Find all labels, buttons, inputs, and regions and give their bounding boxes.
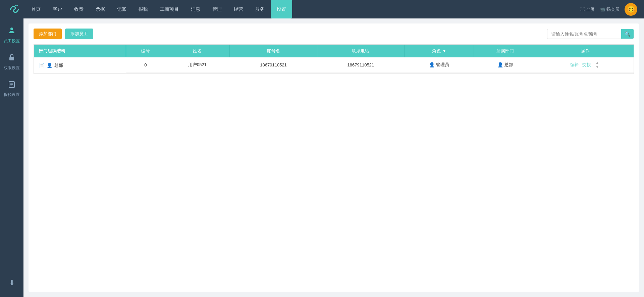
employee-table: 编号 姓名 账号名 联系电话 角色 ▼ 所属部门 操作 [126, 45, 634, 73]
top-nav: 首页 客户 收费 票据 记账 报税 工商项目 消息 管理 经营 服务 设置 ⛶ … [0, 0, 644, 18]
download-icon: ⬇ [9, 279, 15, 287]
search-box: 🔍 [547, 29, 634, 39]
col-id: 编号 [126, 45, 165, 57]
role-label: 管理员 [436, 62, 449, 68]
nav-item-tax[interactable]: 报税 [132, 0, 154, 18]
cell-dept: 👤 总部 [474, 57, 537, 72]
col-action: 操作 [537, 45, 634, 57]
search-input[interactable] [547, 30, 621, 39]
nav-item-customer[interactable]: 客户 [47, 0, 68, 18]
cell-phone: 18679110521 [317, 57, 404, 72]
nav-items: 首页 客户 收费 票据 记账 报税 工商项目 消息 管理 经营 服务 设置 [25, 0, 580, 18]
col-dept: 所属部门 [474, 45, 537, 57]
row-scroll-arrows: ▲ ▼ [594, 61, 600, 69]
dept-cell-icon: 👤 [497, 62, 503, 67]
content-card: 添加部门 添加员工 🔍 部门组织结构 📄 👤 总部 [29, 23, 639, 292]
table-row: 0 用户0521 18679110521 18679110521 👤 管理员 [126, 57, 634, 72]
edit-action[interactable]: 编辑 [570, 62, 579, 68]
nav-item-home[interactable]: 首页 [25, 0, 47, 18]
add-dept-button[interactable]: 添加部门 [34, 29, 62, 39]
scroll-up-arrow[interactable]: ▲ [596, 61, 599, 64]
permission-icon [8, 53, 16, 63]
nav-item-service[interactable]: 服务 [249, 0, 271, 18]
dept-node-label: 总部 [54, 62, 63, 68]
sidebar: 员工设置 权限设置 报税设置 ⬇ [0, 18, 23, 297]
search-icon: 🔍 [625, 31, 630, 37]
doc-icon: 📄 [39, 63, 45, 68]
sidebar-taxsettings-label: 报税设置 [4, 92, 20, 98]
nav-item-operation[interactable]: 经营 [228, 0, 249, 18]
vip-label: 畅会员 [606, 6, 620, 12]
cell-name: 用户0521 [165, 57, 230, 72]
sidebar-item-taxsettings[interactable]: 报税设置 [0, 76, 23, 102]
logo [3, 0, 25, 18]
col-phone: 联系电话 [317, 45, 404, 57]
add-employee-button[interactable]: 添加员工 [65, 29, 93, 39]
nav-item-billing[interactable]: 收费 [68, 0, 90, 18]
dept-tree-body: 📄 👤 总部 [34, 57, 126, 73]
nav-item-accounting[interactable]: 记账 [111, 0, 132, 18]
vip-icon: 📹 [600, 7, 605, 12]
role-icon: 👤 [429, 62, 435, 67]
nav-item-message[interactable]: 消息 [185, 0, 206, 18]
employee-icon [8, 27, 16, 37]
dept-tree-header: 部门组织结构 [34, 45, 126, 57]
main-content: 添加部门 添加员工 🔍 部门组织结构 📄 👤 总部 [23, 18, 644, 297]
nav-item-tickets[interactable]: 票据 [90, 0, 111, 18]
fullscreen-icon: ⛶ [580, 7, 585, 12]
sidebar-item-employee[interactable]: 员工设置 [0, 22, 23, 49]
nav-item-settings[interactable]: 设置 [271, 0, 292, 18]
user-avatar[interactable]: 😊 [625, 3, 637, 16]
scroll-down-arrow[interactable]: ▼ [596, 65, 599, 69]
cell-actions: 编辑 交接 ▲ ▼ [537, 57, 634, 72]
col-account: 账号名 [230, 45, 317, 57]
role-filter-icon: ▼ [442, 49, 446, 53]
cell-id: 0 [126, 57, 165, 72]
body-layout: 部门组织结构 📄 👤 总部 编号 姓名 账号名 [34, 44, 634, 74]
dept-cell-label: 总部 [504, 62, 513, 68]
transfer-action[interactable]: 交接 [582, 62, 591, 68]
toolbar: 添加部门 添加员工 🔍 [34, 29, 634, 39]
fullscreen-label: 全屏 [586, 6, 595, 12]
search-button[interactable]: 🔍 [621, 29, 634, 39]
dept-tree: 部门组织结构 📄 👤 总部 [34, 45, 126, 73]
nav-item-management[interactable]: 管理 [206, 0, 228, 18]
sidebar-permission-label: 权限设置 [4, 65, 20, 71]
nav-item-business[interactable]: 工商项目 [154, 0, 185, 18]
nav-right: ⛶ 全屏 📹 畅会员 😊 [580, 3, 637, 16]
sidebar-employee-label: 员工设置 [4, 38, 20, 44]
taxsettings-icon [8, 80, 16, 90]
employee-data-table: 编号 姓名 账号名 联系电话 角色 ▼ 所属部门 操作 [126, 45, 634, 72]
svg-rect-1 [9, 57, 14, 60]
sidebar-item-permission[interactable]: 权限设置 [0, 49, 23, 76]
sidebar-download-btn[interactable]: ⬇ [0, 274, 23, 292]
col-role[interactable]: 角色 ▼ [404, 45, 474, 57]
table-header-row: 编号 姓名 账号名 联系电话 角色 ▼ 所属部门 操作 [126, 45, 634, 57]
cell-role: 👤 管理员 [404, 57, 474, 72]
vip-btn[interactable]: 📹 畅会员 [600, 6, 620, 12]
dept-node-root[interactable]: 📄 👤 总部 [37, 61, 122, 70]
cell-account: 18679110521 [230, 57, 317, 72]
svg-point-0 [10, 28, 13, 30]
col-name: 姓名 [165, 45, 230, 57]
dept-user-icon: 👤 [47, 63, 52, 68]
fullscreen-btn[interactable]: ⛶ 全屏 [580, 6, 595, 12]
